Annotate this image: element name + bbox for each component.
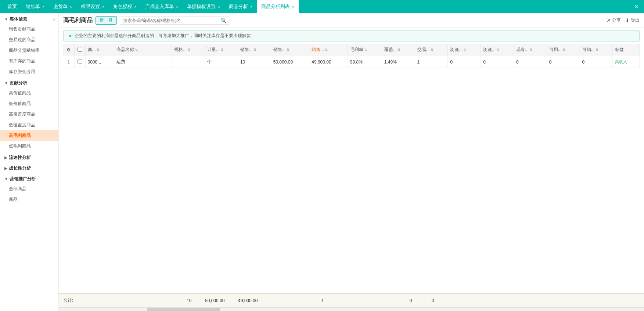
sidebar-group-growth[interactable]: ▶ 成长性分析 (0, 162, 58, 173)
nav-tab-analysis[interactable]: 商品分析 × (224, 0, 257, 13)
row-browse1[interactable]: 0 (448, 56, 481, 68)
row-checkbox-cell[interactable] (74, 56, 85, 68)
nav-tab-purchase-close[interactable]: × (70, 5, 72, 9)
sidebar-group-growth-arrow: ▶ (4, 166, 7, 170)
scrollbar-area[interactable] (59, 307, 644, 311)
sidebar-item-all-products[interactable]: 全部商品 (0, 184, 58, 194)
sidebar-item-traded[interactable]: 交易过的商品 (0, 35, 58, 45)
filter-month-button[interactable]: 近一月 (96, 16, 117, 25)
nav-tab-home[interactable]: 首页 (3, 0, 21, 13)
sort-sales-cost-icon[interactable]: ⇅ (325, 48, 328, 52)
nav-tab-inbound[interactable]: 产成品入库单 × (141, 0, 183, 13)
sidebar-item-stock-capital[interactable]: 库存资金占用 (0, 66, 58, 77)
row-sales-amount: 50,000.00 (271, 56, 309, 68)
select-all-checkbox[interactable] (78, 47, 82, 52)
sort-code-icon[interactable]: ⇅ (97, 48, 100, 52)
sidebar-item-low-coverage[interactable]: 低覆盖度商品 (0, 120, 58, 130)
sort-sellable-icon[interactable]: ⇅ (596, 48, 598, 52)
nav-tab-purchase[interactable]: 进货单 × (49, 0, 76, 13)
col-browse1: 浏览...⇅ (448, 44, 481, 56)
nav-tab-permission-close[interactable]: × (102, 5, 104, 9)
nav-tab-permission[interactable]: 权限设置 × (76, 0, 109, 13)
sort-browse1-icon[interactable]: ⇅ (463, 48, 466, 52)
sidebar-item-high-value[interactable]: 高价值商品 (0, 88, 58, 98)
export-label: 导出 (631, 17, 640, 23)
sidebar-group-marketing-arrow: ▼ (4, 177, 8, 181)
export-button[interactable]: ⬇ 导出 (625, 17, 640, 23)
browse1-link[interactable]: 0 (450, 59, 453, 65)
nav-tab-role[interactable]: 角色授权 × (109, 0, 141, 13)
col-gross-margin: 毛利率⇅ (348, 44, 382, 56)
sidebar-item-sales-contrib[interactable]: 销售贡献商品 (0, 24, 58, 35)
nav-tab-inbound-close[interactable]: × (176, 5, 178, 9)
sort-coverage-icon[interactable]: ⇅ (397, 48, 400, 52)
sort-browse2-icon[interactable]: ⇅ (496, 48, 499, 52)
nav-tab-analysis-label: 商品分析 (229, 3, 248, 10)
row-sales-cost: 49,900.00 (309, 56, 348, 68)
sidebar-item-contrib-rate[interactable]: 商品分贡献销率 (0, 45, 58, 56)
sidebar-item-low-value[interactable]: 低价值商品 (0, 98, 58, 109)
share-label: 分享 (612, 17, 621, 23)
tag-label: 高收入 (615, 59, 627, 64)
sidebar-group-contrib-label: 贡献分析 (10, 80, 27, 86)
nav-tab-role-close[interactable]: × (134, 5, 137, 9)
sidebar-group-contrib[interactable]: ▼ 贡献分析 (0, 77, 58, 88)
sort-sales-amount-icon[interactable]: ⇅ (287, 48, 289, 52)
content-header: 高毛利商品 近一月 🔍 ↗ 分享 ⬇ 导出 (59, 13, 644, 28)
nav-tab-analysis-list-close[interactable]: × (292, 5, 294, 9)
row-gross-margin: 99.8% (348, 56, 382, 68)
sidebar-item-high-coverage[interactable]: 高覆盖度商品 (0, 109, 58, 120)
nav-tab-template-close[interactable]: × (218, 5, 220, 9)
table-wrapper[interactable]: ⚙ 商...⇅ 商品名称⇅ 规格...⇅ (63, 44, 640, 293)
sidebar-item-low-margin[interactable]: 低毛利商品 (0, 141, 58, 152)
nav-tab-analysis-list-label: 商品分析列表 (261, 3, 290, 10)
search-box[interactable]: 🔍 (120, 17, 230, 25)
sort-transaction-icon[interactable]: ⇅ (431, 48, 433, 52)
sidebar-group-overall[interactable]: ▼ 整体信息 (0, 13, 58, 24)
sort-unit-icon[interactable]: ⇅ (220, 48, 223, 52)
nav-tab-role-label: 角色授权 (113, 3, 132, 10)
search-icon[interactable]: 🔍 (220, 18, 227, 23)
nav-tab-sales[interactable]: 销售单 × (21, 0, 49, 13)
footer-available: 0 (392, 298, 414, 303)
share-button[interactable]: ↗ 分享 (607, 17, 621, 23)
sidebar-group-marketing[interactable]: ▼ 营销推广分析 (0, 173, 58, 184)
row-name: 运费 (114, 56, 172, 68)
col-current-stock: 现有...⇅ (514, 44, 547, 56)
nav-tab-template[interactable]: 单据模板设置 × (183, 0, 224, 13)
nav-tab-analysis-close[interactable]: × (250, 5, 252, 9)
col-settings[interactable]: ⚙ (63, 44, 74, 56)
row-browse2: 0 (481, 56, 514, 68)
sidebar-item-high-margin[interactable]: 高毛利商品 (0, 130, 58, 141)
settings-icon[interactable]: ⚙ (66, 47, 71, 53)
sidebar: « ▼ 整体信息 销售贡献商品 交易过的商品 商品分贡献销率 有库存的商品 库存… (0, 13, 59, 311)
nav-tab-home-label: 首页 (7, 3, 17, 10)
sort-spec-icon[interactable]: ⇅ (187, 48, 190, 52)
footer-spacer7 (370, 298, 392, 303)
row-spec (172, 56, 205, 68)
sort-current-stock-icon[interactable]: ⇅ (529, 48, 532, 52)
nav-tab-sales-label: 销售单 (26, 3, 40, 10)
sort-available-icon[interactable]: ⇅ (562, 48, 565, 52)
search-input[interactable] (123, 18, 219, 23)
row-tag: 高收入 (613, 56, 640, 68)
sort-gross-margin-icon[interactable]: ⇅ (364, 48, 367, 52)
nav-tab-analysis-list[interactable]: 商品分析列表 × (257, 0, 299, 13)
sidebar-group-velocity[interactable]: ▶ 流速性分析 (0, 152, 58, 162)
row-checkbox[interactable] (78, 59, 82, 64)
col-sales-qty: 销售...⇅ (238, 44, 271, 56)
sort-sales-qty-icon[interactable]: ⇅ (253, 48, 256, 52)
sidebar-collapse-button[interactable]: « (53, 16, 55, 22)
sidebar-group-overall-arrow: ▼ (4, 17, 8, 21)
sidebar-item-in-stock[interactable]: 有库存的商品 (0, 56, 58, 66)
sidebar-item-new-products[interactable]: 新品 (0, 194, 58, 205)
col-checkbox[interactable] (74, 44, 85, 56)
col-sellable: 可销...⇅ (580, 44, 613, 56)
col-sales-amount: 销售...⇅ (271, 44, 309, 56)
nav-tab-sales-close[interactable]: × (42, 5, 44, 9)
footer-sales-cost: 49,900.00 (227, 298, 260, 303)
sort-name-icon[interactable]: ⇅ (135, 48, 138, 52)
scrollbar-thumb[interactable] (147, 308, 220, 311)
sidebar-group-growth-label: 成长性分析 (9, 165, 31, 171)
window-close-button[interactable]: × (632, 3, 641, 10)
